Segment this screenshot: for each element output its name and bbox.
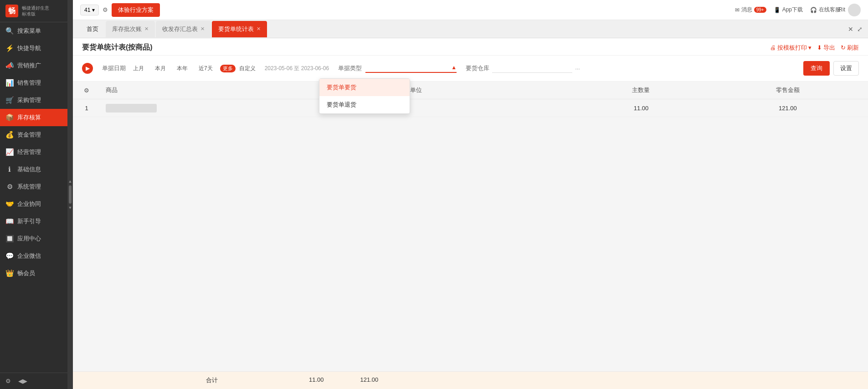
online-service-label: 在线客服 [819, 6, 841, 14]
online-service-group[interactable]: 🎧 在线客服 [810, 6, 841, 14]
date-this-month-btn[interactable]: 本月 [151, 63, 169, 74]
table-header-row: ⚙ 商品 主计量单位 主数量 零售金额 [73, 82, 868, 99]
sidebar-item-collab[interactable]: 🤝 企业协同 [0, 195, 67, 213]
row-index: 1 [73, 99, 100, 117]
settings-footer-icon: ⚙ [5, 378, 11, 384]
query-button[interactable]: 查询 [803, 61, 830, 76]
sidebar-item-basicinfo[interactable]: ℹ 基础信息 [0, 161, 67, 178]
date-7days-btn[interactable]: 近7天 [195, 63, 216, 74]
refresh-label: 刷新 [847, 44, 859, 52]
scroll-up-btn[interactable]: ▲ [68, 179, 72, 184]
dropdown-item-order[interactable]: 要货单要货 [319, 79, 410, 96]
trial-button[interactable]: 体验行业方案 [112, 3, 160, 17]
setting-button[interactable]: 设置 [833, 61, 859, 76]
sidebar-item-label: 销售管理 [17, 79, 41, 87]
data-table: ⚙ 商品 主计量单位 主数量 零售金额 1 ██████ ████ 块 11.0… [73, 82, 868, 117]
close-all-icon[interactable]: ✕ [848, 26, 853, 33]
export-label: 导出 [823, 44, 835, 52]
sidebar-item-label: 营销推广 [17, 61, 41, 70]
column-settings-icon[interactable]: ⚙ [84, 87, 89, 94]
type-filter-wrapper[interactable]: ▲ [365, 64, 457, 73]
filter-expand-button[interactable]: ▶ [82, 63, 93, 74]
operations-icon: 📈 [5, 148, 14, 156]
sidebar-item-operations[interactable]: 📈 经营管理 [0, 143, 67, 161]
sidebar-item-purchase[interactable]: 🛒 采购管理 [0, 92, 67, 109]
tab-home[interactable]: 首页 [80, 21, 105, 37]
date-prev-month-btn[interactable]: 上月 [129, 63, 148, 74]
sidebar-item-quicknav[interactable]: ⚡ 快捷导航 [0, 40, 67, 57]
sidebar-item-system[interactable]: ⚙ 系统管理 [0, 178, 67, 195]
tab-receivable[interactable]: 收发存汇总表 ✕ [156, 21, 211, 37]
expand-tabs-icon[interactable]: ⤢ [857, 26, 863, 33]
sidebar-item-appcenter[interactable]: 🔲 应用中心 [0, 230, 67, 247]
appcenter-icon: 🔲 [5, 235, 14, 243]
download-icon: 📱 [774, 7, 781, 13]
tab-close-icon[interactable]: ✕ [200, 26, 205, 32]
sidebar-item-finance[interactable]: 💰 资金管理 [0, 126, 67, 143]
collapse-footer-btn[interactable]: ◀▶ [18, 378, 27, 384]
tab-order-stats[interactable]: 要货单统计表 ✕ [212, 21, 267, 37]
guide-icon: 📖 [5, 217, 14, 225]
sidebar-footer: ⚙ ◀▶ [0, 373, 67, 389]
col-amount: 零售金额 [708, 82, 868, 99]
inventory-icon: 📦 [5, 113, 14, 122]
tab-inventory-batch-label: 库存批次账 [112, 25, 142, 33]
row-qty: 11.00 [575, 99, 708, 117]
tab-close-icon[interactable]: ✕ [144, 26, 149, 32]
date-custom-btn[interactable]: 自定义 [239, 65, 256, 72]
sidebar-item-label: 新手引导 [17, 217, 41, 225]
scroll-down-btn[interactable]: ▼ [68, 205, 72, 210]
sidebar-search-label: 搜索菜单 [17, 27, 41, 35]
message-group[interactable]: ✉ 消息 99+ [735, 6, 766, 14]
sidebar-item-label: 快捷导航 [17, 44, 41, 52]
type-filter-input[interactable] [365, 64, 451, 71]
user-avatar[interactable] [848, 4, 861, 16]
app-download-label: App下载 [782, 6, 803, 14]
sidebar-item-marketing[interactable]: 📣 营销推广 [0, 57, 67, 74]
tab-order-stats-label: 要货单统计表 [218, 25, 254, 33]
export-icon: ⬇ [817, 44, 822, 51]
export-action[interactable]: ⬇ 导出 [817, 44, 835, 52]
sidebar-item-guide[interactable]: 📖 新手引导 [0, 213, 67, 230]
user-name-text: Rit [838, 6, 845, 13]
dropdown-item-return[interactable]: 要货单退货 [319, 96, 410, 113]
settings-footer-btn[interactable]: ⚙ [5, 378, 11, 384]
warehouse-filter-label: 要货仓库 [466, 64, 489, 72]
row-amount: 121.00 [708, 99, 868, 117]
quicknav-icon: ⚡ [5, 44, 14, 52]
sidebar-item-label: 应用中心 [17, 235, 41, 243]
service-icon: 🎧 [810, 7, 817, 13]
tab-receivable-label: 收发存汇总表 [162, 25, 198, 33]
tab-inventory-batch[interactable]: 库存批次账 ✕ [106, 21, 155, 37]
sidebar-item-label: 库存核算 [17, 113, 41, 122]
date-more-badge[interactable]: 更多 [220, 65, 236, 72]
sidebar-item-inventory[interactable]: 📦 库存核算 [0, 109, 67, 126]
warehouse-more-icon[interactable]: ··· [575, 65, 580, 72]
page-actions: 🖨 按模板打印 ▾ ⬇ 导出 ↻ 刷新 [770, 44, 859, 52]
store-selector[interactable]: 41 ▾ [80, 5, 99, 15]
sidebar-item-sales[interactable]: 📊 销售管理 [0, 74, 67, 92]
refresh-icon: ↻ [841, 44, 846, 51]
tab-close-active-icon[interactable]: ✕ [257, 26, 261, 32]
sidebar-item-wework[interactable]: 💬 企业微信 [0, 247, 67, 265]
col-settings[interactable]: ⚙ [73, 82, 100, 99]
sidebar-item-label: 企业微信 [17, 252, 41, 260]
topbar: 41 ▾ ⚙ 体验行业方案 ✉ 消息 99+ 📱 App下载 🎧 在线客服 [73, 0, 868, 20]
settings-topbar-icon[interactable]: ⚙ [103, 6, 108, 13]
sidebar-item-member[interactable]: 👑 畅会员 [0, 265, 67, 282]
date-filter-group: 单据日期 上月 本月 本年 近7天 更多 自定义 [102, 63, 256, 74]
warehouse-filter-input[interactable] [492, 64, 572, 73]
footer-total-label: 合计 [206, 376, 218, 384]
sidebar-item-label: 基础信息 [17, 165, 41, 174]
print-action[interactable]: 🖨 按模板打印 ▾ [770, 44, 812, 52]
app-download-group[interactable]: 📱 App下载 [774, 6, 803, 14]
purchase-icon: 🛒 [5, 96, 14, 104]
system-icon: ⚙ [5, 183, 14, 191]
type-chevron-up-icon[interactable]: ▲ [451, 64, 457, 71]
finance-icon: 💰 [5, 131, 14, 139]
page-title: 要货单统计表(按商品) [82, 43, 153, 52]
date-this-year-btn[interactable]: 本年 [173, 63, 191, 74]
sidebar-search[interactable]: 🔍 搜索菜单 [0, 22, 67, 40]
sidebar-item-label: 系统管理 [17, 183, 41, 191]
refresh-action[interactable]: ↻ 刷新 [841, 44, 859, 52]
